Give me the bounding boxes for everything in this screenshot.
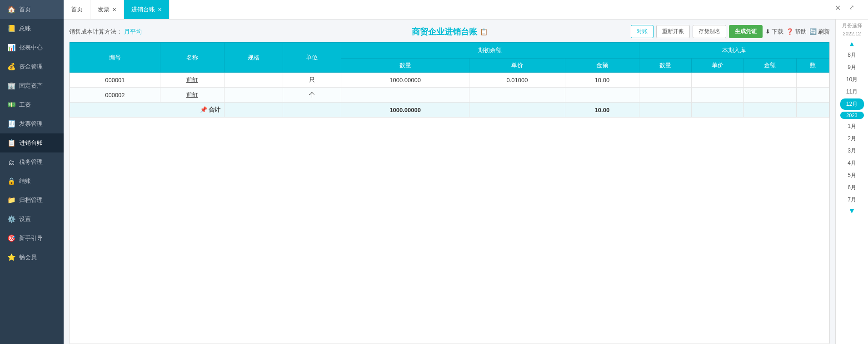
page-title: 商贸企业进销台账 [412,26,477,37]
cell-unit: 只 [283,73,341,88]
cell-spec [224,88,283,103]
content-area: 销售成本计算方法： 月平均 商贸企业进销台账 📋 对账 重新开账 存货别名 生成… [64,20,835,344]
month-panel-title: 月份选择 [842,22,862,29]
cell-current-in-more [796,73,829,88]
month-item-11[interactable]: 11月 [840,86,864,98]
cost-method-section: 销售成本计算方法： 月平均 [69,28,142,36]
tab-stock-ledger-close[interactable]: ✕ [158,7,162,13]
col-header-current-in-amount: 金额 [744,59,796,73]
sidebar-item-label: 工资 [19,101,31,109]
month-item-2023-7[interactable]: 7月 [840,194,864,206]
funds-icon: 💰 [7,63,15,71]
sidebar-item-label: 结账 [19,177,31,185]
tab-invoice-close[interactable]: ✕ [112,7,116,13]
sidebar-item-invoice-mgmt[interactable]: 🧾 发票管理 [0,114,64,133]
cell-name[interactable]: 前缸 [160,88,224,103]
month-item-2023-6[interactable]: 6月 [840,182,864,193]
window-close-button[interactable]: ✕ [835,4,841,12]
refresh-button[interactable]: 🔄 刷新 [809,28,830,36]
sidebar-item-assets[interactable]: 🏢 固定资产 [0,76,64,95]
archive-icon: 📁 [7,196,15,204]
sidebar-item-label: 首页 [19,5,31,14]
cell-current-in-price [692,88,744,103]
sidebar-item-home[interactable]: 🏠 首页 [0,0,64,19]
month-item-2023-4[interactable]: 4月 [840,157,864,169]
cell-name[interactable]: 前缸 [160,73,224,88]
guide-icon: 🎯 [7,234,15,242]
main-area: 首页 发票 ✕ 进销台账 ✕ ✕ ⤢ 销售成本计算方法： 月平均 [64,0,868,344]
cell-code: 000002 [70,88,160,103]
month-item-12[interactable]: 12月 [840,98,864,110]
page-title-section: 商贸企业进销台账 📋 [412,26,488,37]
sidebar-item-funds[interactable]: 💰 资金管理 [0,57,64,76]
help-button[interactable]: ❓ 帮助 [786,28,807,36]
cell-current-in-qty [639,73,691,88]
sidebar-item-payroll[interactable]: 💵 工资 [0,95,64,114]
sidebar-item-close[interactable]: 🔒 结账 [0,172,64,191]
sidebar-item-ledger[interactable]: 📒 总账 [0,19,64,38]
tab-stock-ledger-label: 进销台账 [131,5,155,14]
cell-current-in-amount [744,88,796,103]
ledger-icon: 📒 [7,25,15,33]
name-link[interactable]: 前缸 [186,91,198,98]
sidebar-item-tax[interactable]: 🗂 税务管理 [0,152,64,172]
sidebar-item-archive[interactable]: 📁 归档管理 [0,191,64,210]
col-header-code: 编号 [70,43,160,73]
month-scroll-down[interactable]: ▼ [848,207,856,215]
month-item-9[interactable]: 9月 [840,62,864,73]
month-item-2023-5[interactable]: 5月 [840,170,864,181]
cell-code: 000001 [70,73,160,88]
sidebar-item-settings[interactable]: ⚙️ 设置 [0,210,64,229]
generate-voucher-button[interactable]: 生成凭证 [729,25,763,38]
download-button[interactable]: ⬇ 下载 [765,28,783,36]
stock-ledger-icon: 📋 [7,139,15,147]
month-item-8[interactable]: 8月 [840,49,864,61]
download-icon: ⬇ [765,28,770,35]
cost-method-label: 销售成本计算方法： [69,28,122,35]
cost-method-value: 月平均 [124,28,142,35]
settings-icon: ⚙️ [7,215,15,223]
cell-current-in-price [692,73,744,88]
sidebar-item-guide[interactable]: 🎯 新手引导 [0,229,64,248]
sidebar-item-reports[interactable]: 📊 报表中心 [0,38,64,57]
total-opening-amount: 10.00 [565,103,639,118]
col-header-opening-qty: 数量 [341,59,469,73]
month-item-2023-2[interactable]: 2月 [840,133,864,144]
table-row: 000001 前缸 只 1000.00000 0.01000 10.00 [70,73,829,88]
month-panel: 月份选择 2022.12 ▲ 8月 9月 10月 11月 12月 2023 1月… [835,20,868,344]
col-header-current-in-qty: 数量 [639,59,691,73]
reports-icon: 📊 [7,44,15,52]
year-2023-badge: 2023 [840,112,864,119]
cell-opening-qty: 1000.00000 [341,73,469,88]
sidebar-item-label: 新手引导 [19,234,43,242]
sidebar-item-member[interactable]: ⭐ 畅会员 [0,248,64,267]
month-item-2023-1[interactable]: 1月 [840,121,864,132]
month-item-2023-3[interactable]: 3月 [840,145,864,157]
tab-home[interactable]: 首页 [64,0,90,19]
tab-home-label: 首页 [71,5,83,14]
tab-invoice[interactable]: 发票 ✕ [90,0,124,19]
reopen-button[interactable]: 重新开账 [656,25,690,38]
cell-opening-price: 0.01000 [469,73,565,88]
sidebar: 🏠 首页 📒 总账 📊 报表中心 💰 资金管理 🏢 固定资产 💵 工资 🧾 发票… [0,0,64,344]
note-icon[interactable]: 📋 [480,28,488,35]
sidebar-item-label: 固定资产 [19,82,43,90]
cell-opening-price [469,88,565,103]
header-row: 销售成本计算方法： 月平均 商贸企业进销台账 📋 对账 重新开账 存货别名 生成… [69,25,830,38]
col-header-current-in-price: 单价 [692,59,744,73]
tax-icon: 🗂 [7,158,15,166]
name-link[interactable]: 前缸 [186,76,198,83]
save-alias-button[interactable]: 存货别名 [693,25,726,38]
cell-opening-qty [341,88,469,103]
tab-stock-ledger[interactable]: 进销台账 ✕ [124,0,170,19]
cell-current-in-more [796,88,829,103]
sidebar-item-stock-ledger[interactable]: 📋 进销台账 [0,133,64,152]
window-expand-button[interactable]: ⤢ [849,4,854,11]
reconcile-button[interactable]: 对账 [631,25,653,38]
total-label-icon: 📌 合计 [70,103,224,118]
month-scroll-up[interactable]: ▲ [848,40,856,48]
table-row: 000002 前缸 个 [70,88,829,103]
month-item-10[interactable]: 10月 [840,74,864,85]
col-header-current-in-more: 数 [796,59,829,73]
col-header-opening-amount: 金额 [565,59,639,73]
